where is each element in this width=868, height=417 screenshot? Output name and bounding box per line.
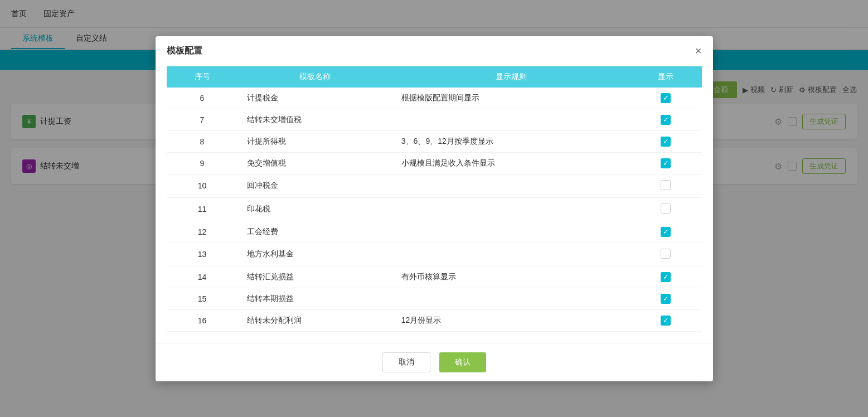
table-header: 序号 模板名称 显示规则 显示 bbox=[167, 66, 702, 88]
cell-rule: 12月份显示 bbox=[392, 309, 631, 331]
table-body: 6计提税金根据模版配置期间显示7结转未交增值税8计提所得税3、6、9、12月按季… bbox=[167, 88, 702, 332]
cell-rule: 小规模且满足收入条件显示 bbox=[392, 152, 631, 174]
cell-seq: 11 bbox=[167, 197, 238, 221]
cell-checkbox[interactable] bbox=[630, 152, 701, 174]
cell-rule bbox=[392, 288, 631, 309]
cell-seq: 6 bbox=[167, 88, 238, 109]
cell-name: 工会经费 bbox=[238, 221, 392, 243]
checkbox-10[interactable] bbox=[661, 180, 671, 190]
cell-checkbox[interactable] bbox=[630, 197, 701, 221]
cell-seq: 15 bbox=[167, 288, 238, 309]
cell-name: 印花税 bbox=[238, 197, 392, 221]
checkbox-8[interactable] bbox=[661, 137, 671, 147]
modal-body: 序号 模板名称 显示规则 显示 6计提税金根据模版配置期间显示7结转未交增值税8… bbox=[156, 66, 713, 343]
cell-name: 结转未交增值税 bbox=[238, 109, 392, 130]
table-row: 9免交增值税小规模且满足收入条件显示 bbox=[167, 152, 702, 174]
cell-seq: 9 bbox=[167, 152, 238, 174]
cell-checkbox[interactable] bbox=[630, 288, 701, 309]
modal-template-config: 模板配置 × 序号 模板名称 显示规则 显示 6计提税金根据模版配置期间显示7结… bbox=[156, 36, 713, 381]
col-seq: 序号 bbox=[167, 66, 238, 88]
cell-name: 结转本期损益 bbox=[238, 288, 392, 309]
cell-seq: 14 bbox=[167, 266, 238, 288]
cell-checkbox[interactable] bbox=[630, 130, 701, 152]
cell-seq: 7 bbox=[167, 109, 238, 130]
cell-checkbox[interactable] bbox=[630, 266, 701, 288]
col-display: 显示 bbox=[630, 66, 701, 88]
checkbox-7[interactable] bbox=[661, 115, 671, 125]
table-row: 13地方水利基金 bbox=[167, 243, 702, 266]
table-row: 16结转未分配利润12月份显示 bbox=[167, 309, 702, 331]
checkbox-6[interactable] bbox=[661, 93, 671, 103]
cell-name: 计提税金 bbox=[238, 88, 392, 109]
cell-seq: 13 bbox=[167, 243, 238, 266]
cell-name: 地方水利基金 bbox=[238, 243, 392, 266]
checkbox-13[interactable] bbox=[661, 249, 671, 259]
cell-rule bbox=[392, 243, 631, 266]
checkbox-11[interactable] bbox=[661, 203, 671, 214]
modal-close-button[interactable]: × bbox=[695, 45, 702, 56]
modal-footer: 取消 确认 bbox=[156, 343, 713, 381]
checkbox-16[interactable] bbox=[661, 316, 671, 326]
cell-name: 回冲税金 bbox=[238, 174, 392, 197]
cell-rule bbox=[392, 221, 631, 243]
table-row: 15结转本期损益 bbox=[167, 288, 702, 309]
cell-name: 结转汇兑损益 bbox=[238, 266, 392, 288]
cell-checkbox[interactable] bbox=[630, 243, 701, 266]
table-row: 14结转汇兑损益有外币核算显示 bbox=[167, 266, 702, 288]
checkbox-15[interactable] bbox=[661, 294, 671, 304]
checkbox-14[interactable] bbox=[661, 272, 671, 282]
cell-seq: 8 bbox=[167, 130, 238, 152]
cell-name: 结转未分配利润 bbox=[238, 309, 392, 331]
cell-checkbox[interactable] bbox=[630, 309, 701, 331]
modal-header: 模板配置 × bbox=[156, 36, 713, 66]
cell-name: 免交增值税 bbox=[238, 152, 392, 174]
cell-rule: 根据模版配置期间显示 bbox=[392, 88, 631, 109]
cancel-button[interactable]: 取消 bbox=[382, 352, 430, 372]
cell-rule bbox=[392, 174, 631, 197]
table-row: 10回冲税金 bbox=[167, 174, 702, 197]
modal-overlay[interactable]: 模板配置 × 序号 模板名称 显示规则 显示 6计提税金根据模版配置期间显示7结… bbox=[0, 0, 868, 417]
cell-rule bbox=[392, 109, 631, 130]
cell-seq: 16 bbox=[167, 309, 238, 331]
table-row: 8计提所得税3、6、9、12月按季度显示 bbox=[167, 130, 702, 152]
cell-rule: 有外币核算显示 bbox=[392, 266, 631, 288]
col-name: 模板名称 bbox=[238, 66, 392, 88]
table-row: 11印花税 bbox=[167, 197, 702, 221]
table-row: 7结转未交增值税 bbox=[167, 109, 702, 130]
cell-seq: 10 bbox=[167, 174, 238, 197]
cell-rule: 3、6、9、12月按季度显示 bbox=[392, 130, 631, 152]
cell-checkbox[interactable] bbox=[630, 174, 701, 197]
cell-seq: 12 bbox=[167, 221, 238, 243]
cell-name: 计提所得税 bbox=[238, 130, 392, 152]
checkbox-12[interactable] bbox=[661, 227, 671, 237]
cell-checkbox[interactable] bbox=[630, 109, 701, 130]
col-rule: 显示规则 bbox=[392, 66, 631, 88]
cell-rule bbox=[392, 197, 631, 221]
modal-title: 模板配置 bbox=[167, 45, 202, 57]
config-table: 序号 模板名称 显示规则 显示 6计提税金根据模版配置期间显示7结转未交增值税8… bbox=[167, 66, 702, 332]
checkbox-9[interactable] bbox=[661, 158, 671, 168]
cell-checkbox[interactable] bbox=[630, 88, 701, 109]
confirm-button[interactable]: 确认 bbox=[439, 352, 486, 372]
table-row: 12工会经费 bbox=[167, 221, 702, 243]
table-row: 6计提税金根据模版配置期间显示 bbox=[167, 88, 702, 109]
cell-checkbox[interactable] bbox=[630, 221, 701, 243]
